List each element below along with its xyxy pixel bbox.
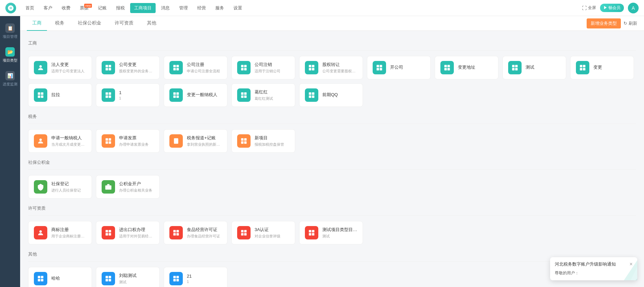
- card-c7[interactable]: 变更地址: [435, 56, 498, 79]
- svg-rect-11: [241, 68, 244, 70]
- card-c5[interactable]: 股权转让 公司变更需要股权转让: [299, 56, 363, 79]
- card-c13[interactable]: 葛红红 葛红红测试: [231, 83, 295, 107]
- card-c8[interactable]: 测试: [502, 56, 566, 79]
- card-c6[interactable]: 开公司: [367, 56, 431, 79]
- card-title-c6: 开公司: [390, 64, 425, 70]
- card-t3[interactable]: 税务报道+记账 拿到营业执照的新公司: [164, 129, 227, 153]
- card-c4[interactable]: 公司注销 适用于注销公司: [231, 56, 295, 79]
- card-icon-c6: [373, 61, 386, 74]
- svg-rect-79: [244, 230, 247, 232]
- card-q3[interactable]: 21 1: [164, 267, 227, 287]
- nav-settings[interactable]: 设置: [229, 3, 246, 13]
- card-desc-c3: 申请公司注册全流程: [187, 69, 222, 74]
- card-q2[interactable]: 刘聪测试 测试: [96, 267, 160, 287]
- nav-billing[interactable]: 收费: [58, 3, 74, 13]
- card-desc-s1: 进行人员社保登记: [51, 188, 86, 193]
- card-c12[interactable]: 变更一般纳税人: [164, 83, 227, 107]
- card-s1[interactable]: 社保登记 进行人员社保登记: [28, 175, 92, 199]
- vip-icon: ▶: [603, 5, 608, 10]
- card-c14[interactable]: 前期QQ: [299, 83, 363, 107]
- card-title-c4: 公司注销: [255, 62, 289, 68]
- xuke-cards: 商标注册 用于企业商标注册服务 进出口权办理 适用于对外贸易经营者 食品经营许可…: [28, 221, 636, 244]
- content-area: 工商 法人变更 适用于公司变更法人 公司变更 股权变更外的业务变更: [20, 31, 644, 287]
- svg-rect-30: [583, 65, 585, 67]
- svg-rect-28: [515, 68, 518, 70]
- nav-tax[interactable]: 报税: [112, 3, 129, 13]
- card-text-s1: 社保登记 进行人员社保登记: [51, 181, 86, 193]
- card-icon-x2: [102, 226, 115, 239]
- card-x1[interactable]: 商标注册 用于企业商标注册服务: [28, 221, 92, 244]
- tab-shebao[interactable]: 社保公积金: [72, 16, 107, 31]
- card-c3[interactable]: 公司注册 申请公司注册全流程: [164, 56, 227, 79]
- svg-rect-38: [109, 92, 111, 95]
- card-text-x1: 商标注册 用于企业商标注册服务: [51, 227, 86, 239]
- divider-qita: [28, 261, 636, 262]
- svg-rect-13: [309, 65, 311, 67]
- sidebar-item-project-manage[interactable]: 📋 项目管理: [0, 20, 20, 43]
- vip-btn[interactable]: ▶ 畅会员: [600, 4, 624, 12]
- tab-gongshang[interactable]: 工商: [27, 16, 47, 31]
- card-x2[interactable]: 进出口权办理 适用于对外贸易经营者: [96, 221, 160, 244]
- section-title-shebao: 社保公积金: [28, 159, 636, 165]
- main-content: 工商 税务 社保公积金 许可资质 其他 新增业务类型 ↻ 刷新 工商 法人变更 …: [20, 16, 644, 287]
- card-desc-c2: 股权变更外的业务变更: [119, 69, 154, 74]
- card-title-c5: 股权转让: [322, 62, 357, 68]
- card-x4[interactable]: 3A认证 对企业信誉评级: [231, 221, 295, 244]
- card-c11[interactable]: 1 1: [96, 83, 160, 107]
- shuiwu-cards: 申请一般纳税人 当月或次月成变更完成 申请发票 办理申请发票业务 税务报道+记账…: [28, 129, 636, 153]
- card-t2[interactable]: 申请发票 办理申请发票业务: [96, 129, 160, 153]
- add-type-button[interactable]: 新增业务类型: [587, 18, 621, 28]
- nav-manage[interactable]: 管理: [175, 3, 192, 13]
- card-title-c1: 法人变更: [51, 62, 86, 68]
- progress-icon: 📊: [5, 71, 15, 80]
- card-s2[interactable]: 公积金开户 办理公积金相关业务: [96, 175, 160, 199]
- svg-rect-65: [244, 141, 247, 144]
- nav-operation[interactable]: 经营: [193, 3, 210, 13]
- tab-qita[interactable]: 其他: [142, 16, 162, 31]
- project-manage-icon: 📋: [5, 23, 15, 33]
- sidebar-item-project-type[interactable]: 📂 项目类型: [0, 44, 20, 66]
- sidebar-item-progress[interactable]: 📊 进度监测: [0, 68, 20, 90]
- card-c2[interactable]: 公司变更 股权变更外的业务变更: [96, 56, 160, 79]
- nav-business[interactable]: 工商项目: [130, 3, 156, 13]
- card-x3[interactable]: 食品经营许可证 办理食品经营许可证: [164, 221, 227, 244]
- card-title-c13: 葛红红: [255, 89, 289, 95]
- nav-client[interactable]: 客户: [40, 3, 56, 13]
- svg-rect-4: [109, 68, 111, 70]
- refresh-button[interactable]: ↻ 刷新: [624, 20, 637, 26]
- card-c9[interactable]: 变更: [570, 56, 634, 79]
- tab-xuke[interactable]: 许可资质: [109, 16, 139, 31]
- nav-message[interactable]: 消息: [157, 3, 174, 13]
- logo[interactable]: [5, 3, 16, 13]
- card-desc-t3: 拿到营业执照的新公司: [187, 142, 222, 147]
- card-text-t4: 新项目 报税加税控盘保管: [255, 135, 289, 147]
- card-icon-c8: [508, 61, 522, 74]
- nav-service[interactable]: 服务: [211, 3, 228, 13]
- divider-xuke: [28, 215, 636, 216]
- tab-shuiwu[interactable]: 税务: [50, 16, 70, 31]
- nav-home[interactable]: 首页: [21, 3, 38, 13]
- card-desc-q2: 测试: [119, 280, 154, 285]
- nav-bookkeeping[interactable]: 记账: [94, 3, 111, 13]
- svg-point-0: [39, 65, 42, 68]
- section-title-xuke: 许可资质: [28, 205, 636, 211]
- card-t4[interactable]: 新项目 报税加税控盘保管: [231, 129, 295, 153]
- fullscreen-btn[interactable]: ⛶ 全屏: [582, 5, 596, 11]
- avatar[interactable]: A: [628, 3, 639, 13]
- qita-cards: 哈哈 刘聪测试 测试 21 1: [28, 267, 636, 287]
- card-title-c9: 变更: [593, 64, 628, 70]
- card-text-c6: 开公司: [390, 64, 425, 71]
- svg-rect-90: [106, 276, 108, 278]
- svg-rect-20: [380, 68, 382, 70]
- card-q1[interactable]: 哈哈: [28, 267, 92, 287]
- nav-ticket[interactable]: 票据 new: [76, 3, 93, 13]
- card-c1[interactable]: 法人变更 适用于公司变更法人: [28, 56, 92, 79]
- svg-rect-75: [176, 230, 179, 232]
- card-icon-q2: [102, 272, 115, 285]
- card-t1[interactable]: 申请一般纳税人 当月或次月成变更完成: [28, 129, 92, 153]
- svg-rect-83: [312, 230, 314, 232]
- card-title-q2: 刘聪测试: [119, 273, 154, 279]
- card-c10[interactable]: 拉拉: [28, 83, 92, 107]
- card-text-t1: 申请一般纳税人 当月或次月成变更完成: [51, 135, 86, 147]
- card-x5[interactable]: 测试项目类型目定义 测试: [299, 221, 363, 244]
